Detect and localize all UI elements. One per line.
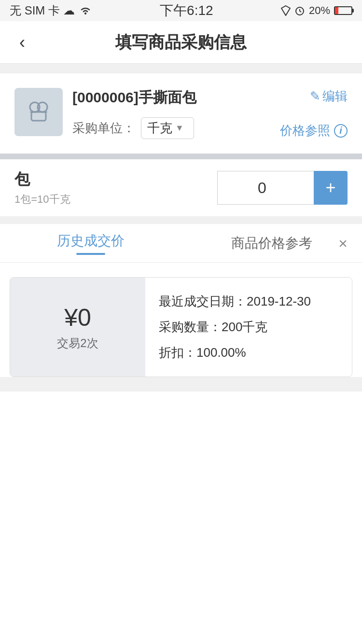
discount-row: 折扣：100.00%	[159, 343, 338, 362]
svg-point-0	[84, 13, 86, 14]
purchase-qty-value: 200千克	[222, 320, 267, 334]
tab2-label: 商品价格参考	[231, 234, 312, 252]
nav-bar: ‹ 填写商品采购信息	[0, 21, 362, 64]
unit-dropdown[interactable]: 千克 ▼	[141, 117, 194, 139]
price-card: ¥0 交易2次 最近成交日期：2019-12-30 采购数量：200千克 折扣：…	[10, 277, 352, 377]
tabs-section: 历史成交价 商品价格参考 × ¥0 交易2次 最近成交日期：2019-12-30…	[0, 224, 362, 377]
price-ref-link[interactable]: 价格参照 i	[280, 122, 348, 139]
tab-close-button[interactable]: ×	[338, 236, 348, 251]
recent-date-row: 最近成交日期：2019-12-30	[159, 292, 338, 311]
status-left: 无 SIM 卡 ☁	[10, 3, 92, 18]
battery-percent: 20%	[309, 4, 330, 17]
tab-history-price[interactable]: 历史成交价	[0, 224, 181, 262]
tab-product-price-ref[interactable]: 商品价格参考	[181, 224, 362, 262]
currency-symbol: ¥	[64, 304, 78, 331]
divider-strip	[0, 154, 362, 159]
alarm-icon	[294, 5, 305, 16]
status-right: 20%	[281, 4, 352, 17]
discount-value: 100.00%	[196, 345, 246, 360]
product-card: [0000006]手撕面包 采购单位： 千克 ▼ ✎ 编辑 价格参照 i	[0, 73, 362, 154]
transaction-count: 交易2次	[57, 336, 98, 351]
recent-date-value: 2019-12-30	[247, 294, 311, 308]
unit-label: 采购单位：	[72, 120, 135, 137]
quantity-input-group: +	[217, 171, 348, 205]
quantity-row: 包 1包=10千克 +	[0, 159, 362, 216]
purchase-qty-label: 采购数量：	[159, 320, 222, 334]
price-card-left: ¥0 交易2次	[10, 278, 145, 377]
dropdown-arrow-icon: ▼	[175, 123, 184, 133]
edit-label: 编辑	[322, 88, 348, 105]
status-time: 下午6:12	[160, 1, 213, 20]
quantity-plus-button[interactable]: +	[314, 171, 348, 205]
svg-line-3	[300, 11, 301, 12]
bottom-space	[0, 392, 362, 644]
back-button[interactable]: ‹	[14, 28, 30, 57]
info-icon: i	[334, 124, 348, 138]
quantity-unit-ratio: 1包=10千克	[14, 192, 70, 207]
purchase-qty-row: 采购数量：200千克	[159, 318, 338, 336]
product-image	[14, 88, 63, 136]
quantity-label: 包 1包=10千克	[14, 169, 70, 207]
unit-value: 千克	[147, 120, 172, 137]
recent-date-label: 最近成交日期：	[159, 294, 247, 308]
location-icon	[281, 5, 291, 16]
sim-indicator: 无 SIM 卡 ☁	[10, 3, 75, 18]
status-bar: 无 SIM 卡 ☁ 下午6:12 20%	[0, 0, 362, 21]
price-value: 0	[78, 304, 91, 331]
product-name: [0000006]手撕面包	[72, 88, 348, 108]
price-card-right: 最近成交日期：2019-12-30 采购数量：200千克 折扣：100.00%	[145, 278, 352, 377]
price-main: ¥0	[64, 304, 91, 332]
tabs-header: 历史成交价 商品价格参考 ×	[0, 224, 362, 263]
price-ref-label: 价格参照	[280, 122, 330, 139]
quantity-unit-big: 包	[14, 169, 70, 190]
page-title: 填写商品采购信息	[115, 31, 247, 54]
discount-label: 折扣：	[159, 345, 196, 360]
edit-icon: ✎	[310, 89, 320, 104]
svg-rect-7	[31, 112, 46, 121]
battery-icon	[334, 6, 352, 15]
tab1-label: 历史成交价	[57, 232, 125, 250]
edit-link[interactable]: ✎ 编辑	[310, 88, 348, 105]
quantity-input[interactable]	[217, 171, 314, 205]
wifi-icon	[79, 6, 92, 15]
tab-underline	[76, 253, 105, 255]
